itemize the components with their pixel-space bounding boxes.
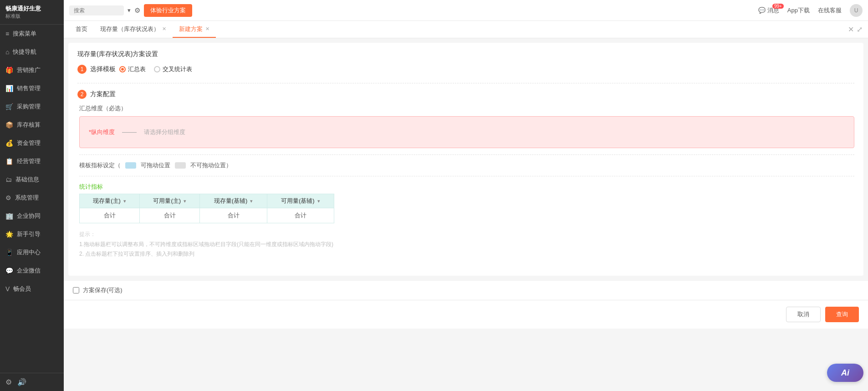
sidebar-logo: 畅康通好生意 标准版 xyxy=(0,0,64,25)
step2-num: 2 xyxy=(77,90,87,99)
online-service-link[interactable]: 在线客服 xyxy=(818,6,842,15)
step2-label: 方案配置 xyxy=(90,90,116,98)
radio-cross-label: 交叉统计表 xyxy=(163,65,192,73)
tab-inventory-label: 现存量（库存状况表） xyxy=(100,25,159,33)
ai-label: Ai xyxy=(841,368,849,378)
stats-section-label: 统计指标 xyxy=(79,183,854,191)
sidebar-item-quick-nav[interactable]: ⌂快捷导航 xyxy=(0,43,64,61)
wechat-icon: 💬 xyxy=(5,267,13,274)
col4-value: 合计 xyxy=(267,208,334,223)
tab-home-label: 首页 xyxy=(76,25,87,33)
col3-label: 现存量(基辅) xyxy=(214,197,248,205)
template-indicator-row: 模板指标设定（ 可拖动位置 不可拖动位置） xyxy=(79,161,854,170)
search-menu-label: 搜索菜单 xyxy=(13,30,36,38)
tab-new-plan[interactable]: 新建方案 ✕ xyxy=(173,21,216,38)
app-center-icon: 📱 xyxy=(5,249,13,256)
sidebar-nav: ≡搜索菜单⌂快捷导航🎁营销推广📊销售管理🛒采购管理📦库存核算💰资金管理📋经营管理… xyxy=(0,25,64,373)
message-badge[interactable]: 💬 消息 99+ xyxy=(758,6,779,15)
query-button[interactable]: 查询 xyxy=(825,307,859,322)
sales-label: 销售管理 xyxy=(17,84,41,93)
col4-chevron-icon[interactable]: ▾ xyxy=(317,198,320,204)
dimension-label: 汇总维度（必选） xyxy=(79,104,854,113)
sound-icon[interactable]: 🔊 xyxy=(17,378,26,386)
user-avatar[interactable]: U xyxy=(850,4,863,17)
col2-value: 合计 xyxy=(140,208,200,223)
template-radio-group: 汇总表 交叉统计表 xyxy=(119,65,192,73)
dimension-row: *纵向维度 —— 请选择分组维度 xyxy=(89,128,185,136)
divider-3 xyxy=(79,176,854,176)
sidebar-item-basic-info[interactable]: 🗂基础信息 xyxy=(0,170,64,189)
tip-item-2: 2. 点击标题栏下拉可设置排序、插入列和删除列 xyxy=(79,249,854,259)
system-label: 系统管理 xyxy=(15,194,39,202)
save-checkbox[interactable] xyxy=(73,287,79,293)
sidebar-item-wechat[interactable]: 💬企业微信 xyxy=(0,262,64,280)
step2-header: 2 方案配置 xyxy=(77,90,854,99)
trial-button[interactable]: 体验行业方案 xyxy=(144,4,192,17)
sidebar-item-new-guide[interactable]: 🌟新手引导 xyxy=(0,225,64,243)
stats-col-2-header[interactable]: 可用量(主) ▾ xyxy=(140,194,200,208)
sidebar-item-marketing[interactable]: 🎁营销推广 xyxy=(0,61,64,79)
tab-inventory-close-icon[interactable]: ✕ xyxy=(162,26,166,32)
radio-cross[interactable]: 交叉统计表 xyxy=(154,65,192,73)
sidebar-item-finance[interactable]: 💰资金管理 xyxy=(0,134,64,152)
page-title: 现存量(库存状况表)方案设置 xyxy=(77,50,854,58)
divider-2 xyxy=(79,154,854,155)
sidebar-item-purchase[interactable]: 🛒采购管理 xyxy=(0,98,64,116)
col3-chevron-icon[interactable]: ▾ xyxy=(250,198,253,204)
ai-bubble[interactable]: Ai xyxy=(827,364,863,382)
marketing-icon: 🎁 xyxy=(5,67,13,74)
stats-table: 现存量(主) ▾ 可用量(主) ▾ xyxy=(79,194,334,223)
gear-icon[interactable]: ⚙ xyxy=(134,6,140,15)
stats-col-3-header[interactable]: 现存量(基辅) ▾ xyxy=(200,194,267,208)
search-input[interactable] xyxy=(69,5,124,15)
step1-section: 1 选择模板 汇总表 交叉统计表 xyxy=(77,65,854,74)
dimension-placeholder[interactable]: 请选择分组维度 xyxy=(144,128,185,136)
sidebar-item-sales[interactable]: 📊销售管理 xyxy=(0,79,64,98)
sidebar-item-inventory[interactable]: 📦库存核算 xyxy=(0,116,64,134)
system-icon: ⚙ xyxy=(5,194,11,201)
stats-table-header-row: 现存量(主) ▾ 可用量(主) ▾ xyxy=(80,194,334,208)
wechat-label: 企业微信 xyxy=(17,267,41,275)
new-guide-icon: 🌟 xyxy=(5,231,13,238)
topbar-right: 💬 消息 99+ App下载 在线客服 U xyxy=(758,4,863,17)
search-dropdown-icon[interactable]: ▾ xyxy=(128,7,131,14)
col1-chevron-icon[interactable]: ▾ xyxy=(123,198,126,204)
fixed-indicator xyxy=(175,162,186,169)
stats-col-4-header[interactable]: 可用量(基辅) ▾ xyxy=(267,194,334,208)
purchase-label: 采购管理 xyxy=(17,103,41,111)
tips-title: 提示： xyxy=(79,231,96,237)
basic-info-label: 基础信息 xyxy=(15,175,39,184)
dimension-area: *纵向维度 —— 请选择分组维度 xyxy=(79,116,854,148)
stats-col-1-header[interactable]: 现存量(主) ▾ xyxy=(80,194,140,208)
sales-icon: 📊 xyxy=(5,85,13,92)
sidebar-item-enterprise[interactable]: 🏢企业协同 xyxy=(0,207,64,225)
topbar: ▾ ⚙ 体验行业方案 💬 消息 99+ App下载 在线客服 U xyxy=(64,0,868,21)
step1-num: 1 xyxy=(77,65,87,74)
sidebar-item-system[interactable]: ⚙系统管理 xyxy=(0,189,64,207)
col1-value: 合计 xyxy=(80,208,140,223)
app-center-label: 应用中心 xyxy=(17,248,41,257)
panel-expand-btn[interactable]: ⤢ xyxy=(857,25,863,34)
member-label: 畅会员 xyxy=(13,285,31,293)
sidebar-item-app-center[interactable]: 📱应用中心 xyxy=(0,243,64,262)
app-download-link[interactable]: App下载 xyxy=(787,6,810,15)
draggable-label: 可拖动位置 xyxy=(141,161,170,170)
step1-header: 1 选择模板 汇总表 交叉统计表 xyxy=(77,65,854,74)
tab-inventory-status[interactable]: 现存量（库存状况表） ✕ xyxy=(94,21,173,38)
cancel-button[interactable]: 取消 xyxy=(786,307,821,322)
step2-section: 2 方案配置 汇总维度（必选） *纵向维度 —— 请选择分组维度 xyxy=(77,90,854,259)
settings-icon[interactable]: ⚙ xyxy=(5,378,12,386)
tab-home[interactable]: 首页 xyxy=(69,21,94,38)
sidebar-item-search-menu[interactable]: ≡搜索菜单 xyxy=(0,25,64,43)
finance-label: 资金管理 xyxy=(17,139,41,147)
sidebar-item-management[interactable]: 📋经营管理 xyxy=(0,152,64,170)
sidebar-item-member[interactable]: V畅会员 xyxy=(0,280,64,298)
enterprise-icon: 🏢 xyxy=(5,212,13,220)
radio-summary[interactable]: 汇总表 xyxy=(119,65,146,73)
message-count: 99+ xyxy=(772,4,784,9)
app-subtitle: 标准版 xyxy=(5,13,58,20)
col2-chevron-icon[interactable]: ▾ xyxy=(184,198,186,204)
panel-minimize-btn[interactable]: ✕ xyxy=(848,25,854,34)
tab-new-plan-close-icon[interactable]: ✕ xyxy=(205,26,209,32)
step2-content: 汇总维度（必选） *纵向维度 —— 请选择分组维度 模板指标设定（ 可拖动位 xyxy=(77,104,854,259)
